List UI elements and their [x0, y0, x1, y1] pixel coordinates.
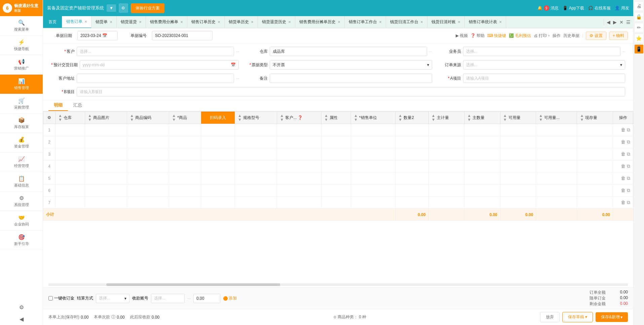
cell-3-14[interactable]: [536, 148, 577, 160]
cell-3-4[interactable]: [169, 148, 201, 160]
cell-6-7[interactable]: [277, 185, 321, 197]
tab-2[interactable]: 销货单✕: [91, 16, 117, 28]
cell-7-13[interactable]: [500, 197, 536, 209]
save-draft-btn[interactable]: 保存草稿 ▾: [562, 312, 593, 322]
copy-icon[interactable]: ⧉: [627, 163, 630, 169]
cell-2-2[interactable]: [85, 136, 127, 148]
sidebar-item-8[interactable]: 📋 基础信息: [0, 172, 43, 192]
cell-1-8[interactable]: [321, 124, 351, 136]
sidebar-item-7[interactable]: 📈 经营管理: [0, 153, 43, 172]
cell-1-4[interactable]: [169, 124, 201, 136]
tab-3[interactable]: 销货退货✕: [117, 16, 146, 28]
cell-4-4[interactable]: [169, 160, 201, 172]
cell-1-6[interactable]: [235, 124, 277, 136]
cell-1-2[interactable]: [85, 124, 127, 136]
cell-4-15[interactable]: [577, 160, 613, 172]
cell-6-11[interactable]: [428, 185, 464, 197]
tab-close-10[interactable]: ✕: [420, 20, 423, 24]
customer-dots[interactable]: ···: [236, 50, 239, 53]
cell-7-11[interactable]: [428, 197, 464, 209]
copy-icon[interactable]: ⧉: [627, 151, 630, 157]
cell-5-11[interactable]: [428, 172, 464, 185]
tab-prev-btn[interactable]: ◀: [605, 19, 612, 26]
receipt-no-select[interactable]: 选择...: [151, 294, 185, 303]
cell-5-14[interactable]: [536, 172, 577, 185]
tab-close-3[interactable]: ✕: [139, 20, 142, 24]
sidebar-collapse[interactable]: ◀: [0, 313, 43, 325]
print-btn[interactable]: 🖨 打印 ▾: [534, 33, 550, 39]
cell-1-1[interactable]: [55, 124, 85, 136]
cell-6-14[interactable]: [536, 185, 577, 197]
warehouse-input[interactable]: 成品库: [270, 47, 427, 56]
copy-icon[interactable]: ⧉: [627, 188, 630, 193]
sidebar-item-11[interactable]: 🎯 新手引导: [0, 231, 43, 250]
cell-7-10[interactable]: [395, 197, 428, 209]
right-icon-1[interactable]: 🖨: [634, 1, 644, 11]
b-project-input[interactable]: 请输入B项目: [77, 87, 625, 96]
payment-method-select[interactable]: 选择... ▾: [96, 294, 129, 303]
sidebar-item-0[interactable]: 🔍 搜索菜单: [0, 16, 43, 36]
tab-7[interactable]: 销货退货历史✕: [258, 16, 295, 28]
cell-4-6[interactable]: [235, 160, 277, 172]
order-source-select[interactable]: 选择... ▾: [463, 60, 625, 70]
tab-1[interactable]: 销售订单✕: [62, 16, 91, 28]
cell-2-11[interactable]: [428, 136, 464, 148]
cell-4-5[interactable]: [201, 160, 235, 172]
cell-3-1[interactable]: [55, 148, 85, 160]
cell-5-12[interactable]: [464, 172, 500, 185]
delete-icon[interactable]: 🗑: [621, 163, 626, 169]
cell-7-8[interactable]: [321, 197, 351, 209]
cell-6-4[interactable]: [169, 185, 201, 197]
cell-4-8[interactable]: [321, 160, 351, 172]
sidebar-item-3[interactable]: 📊 销售管理: [0, 75, 43, 94]
operation-btn[interactable]: 操作: [553, 33, 561, 39]
discard-btn[interactable]: 放弃: [540, 312, 560, 322]
tab-0[interactable]: 首页: [43, 16, 62, 28]
col-scan[interactable]: 扫码录入: [201, 112, 235, 124]
cell-2-6[interactable]: [235, 136, 277, 148]
cell-6-3[interactable]: [127, 185, 169, 197]
tab-6[interactable]: 销货单历史✕: [225, 16, 258, 28]
cell-5-5[interactable]: [201, 172, 235, 185]
a-project-input[interactable]: 请输入A项目: [463, 74, 625, 83]
history-btn[interactable]: 历史单据: [563, 33, 579, 39]
cell-5-3[interactable]: [127, 172, 169, 185]
delete-icon[interactable]: 🗑: [621, 188, 626, 193]
ticket-type-select[interactable]: 不开票 ▾: [270, 60, 432, 70]
user-menu[interactable]: 👤 用友: [615, 5, 629, 11]
settings-btn[interactable]: ⚙ 设置: [586, 32, 606, 40]
one-click-input[interactable]: [48, 296, 53, 300]
cell-3-6[interactable]: [235, 148, 277, 160]
amount-input[interactable]: 0.00: [193, 294, 220, 303]
cell-6-13[interactable]: [500, 185, 536, 197]
cell-7-9[interactable]: [351, 197, 395, 209]
cell-7-14[interactable]: [536, 197, 577, 209]
cell-2-1[interactable]: [55, 136, 85, 148]
sidebar-settings[interactable]: ⚙: [0, 301, 43, 313]
cell-4-13[interactable]: [500, 160, 536, 172]
tab-4[interactable]: 销售费用分摊单✕: [146, 16, 187, 28]
single-no-input[interactable]: SO-20230324-001: [152, 31, 213, 40]
app-download-btn[interactable]: 📱 App下载: [563, 5, 584, 11]
tab-12[interactable]: 销售订单统计表✕: [465, 16, 506, 28]
cell-4-14[interactable]: [536, 160, 577, 172]
tab-close-4[interactable]: ✕: [180, 20, 183, 24]
table-scrollbar[interactable]: [43, 282, 633, 287]
cell-5-7[interactable]: [277, 172, 321, 185]
cell-1-9[interactable]: [351, 124, 395, 136]
sidebar-item-10[interactable]: 🤝 企业协同: [0, 211, 43, 231]
cell-4-3[interactable]: [127, 160, 169, 172]
cell-4-1[interactable]: [55, 160, 85, 172]
cell-1-5[interactable]: [201, 124, 235, 136]
tab-summary[interactable]: 汇总: [68, 100, 87, 111]
tab-9[interactable]: 销售订单工作台✕: [345, 16, 386, 28]
cell-7-6[interactable]: [235, 197, 277, 209]
address-input[interactable]: [77, 74, 234, 83]
cell-3-5[interactable]: [201, 148, 235, 160]
cell-7-1[interactable]: [55, 197, 85, 209]
cell-4-11[interactable]: [428, 160, 464, 172]
col-settings[interactable]: ⚙: [43, 112, 55, 124]
cell-7-5[interactable]: [201, 197, 235, 209]
cell-5-15[interactable]: [577, 172, 613, 185]
cell-3-10[interactable]: [395, 148, 428, 160]
